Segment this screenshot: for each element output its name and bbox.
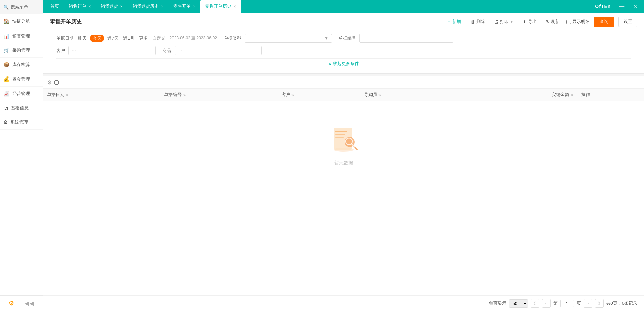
- page-title-row: 零售开单历史 ＋ 新增 🗑 删除 🖨 打印 ▼: [50, 17, 637, 27]
- doc-num-input[interactable]: [359, 34, 453, 43]
- empty-state: 暂无数据: [43, 101, 644, 186]
- sidebar-settings-btn[interactable]: ⚙: [9, 300, 14, 307]
- maximize-btn[interactable]: □: [627, 3, 630, 9]
- date-btn-more[interactable]: 更多: [138, 35, 149, 42]
- date-filter: 单据日期 昨天 今天 近7天 近1月 更多 自定义 2023-06-02 至 2…: [56, 35, 217, 42]
- tab-sales-return[interactable]: 销货退货 ✕: [96, 0, 128, 13]
- sidebar-item-stock-mgmt[interactable]: 📦 库存核算: [0, 58, 43, 72]
- customer-select[interactable]: ···: [68, 46, 156, 55]
- date-btn-7days[interactable]: 近7天: [106, 35, 120, 42]
- date-btn-custom[interactable]: 自定义: [151, 35, 167, 42]
- filter-area: 单据日期 昨天 今天 近7天 近1月 更多 自定义 2023-06-02 至 2…: [50, 30, 637, 73]
- next-page-btn[interactable]: ＞: [584, 299, 592, 308]
- doc-type-select[interactable]: ▼: [245, 34, 332, 43]
- customer-filter: 客户 ···: [56, 46, 156, 55]
- add-button[interactable]: ＋ 新增: [444, 17, 464, 26]
- delete-label: 删除: [476, 19, 485, 25]
- date-btn-month[interactable]: 近1月: [122, 35, 136, 42]
- tab-sales-return-history-label: 销货退货历史: [133, 3, 159, 9]
- tab-sales-order[interactable]: 销售订单 ✕: [64, 0, 96, 13]
- quick-nav-icon: 🏠: [3, 18, 10, 24]
- tab-sales-return-label: 销货退货: [101, 3, 118, 9]
- tab-retail-history[interactable]: 零售开单历史 ✕: [200, 0, 241, 13]
- query-button[interactable]: 查询: [594, 17, 614, 27]
- sidebar-item-base-info[interactable]: 🗂 基础信息: [0, 101, 43, 115]
- sales-icon: 📊: [3, 33, 10, 39]
- page-title: 零售开单历史: [50, 18, 82, 25]
- first-page-btn[interactable]: ⟪: [531, 299, 539, 308]
- prev-page-btn[interactable]: ＜: [542, 299, 551, 308]
- settings-button[interactable]: 设置: [618, 17, 637, 27]
- tab-retail-history-close[interactable]: ✕: [233, 5, 236, 8]
- empty-icon: [327, 121, 360, 155]
- base-info-icon: 🗂: [3, 105, 8, 111]
- goods-filter: 商品 ···: [162, 46, 262, 55]
- doc-type-label: 单据类型: [224, 35, 241, 41]
- export-label: 导出: [528, 19, 537, 25]
- print-label: 打印: [500, 19, 509, 25]
- stock-icon: 📦: [3, 62, 10, 68]
- svg-rect-4: [335, 137, 344, 138]
- display-detail-input[interactable]: [566, 20, 571, 24]
- goods-value: ···: [178, 48, 182, 53]
- tab-bar-right: OfTEn — □ ✕: [595, 3, 641, 10]
- display-detail-checkbox[interactable]: 显示明细: [566, 19, 590, 25]
- col-amount[interactable]: 实销金额 ⇅: [460, 89, 577, 101]
- table-head: 单据日期 ⇅ 单据编号 ⇅ 客户 ⇅: [43, 89, 644, 101]
- refresh-label: 刷新: [551, 19, 560, 25]
- filter-row-1: 单据日期 昨天 今天 近7天 近1月 更多 自定义 2023-06-02 至 2…: [56, 34, 631, 43]
- tab-home[interactable]: 首页: [46, 0, 64, 13]
- tab-sales-return-close[interactable]: ✕: [120, 5, 123, 8]
- date-btn-today[interactable]: 今天: [90, 35, 104, 42]
- col-num[interactable]: 单据编号 ⇅: [160, 89, 277, 101]
- page-label-pre: 第: [553, 300, 558, 306]
- sidebar-item-quick-nav[interactable]: 🏠 快捷导航: [0, 14, 43, 29]
- sidebar-item-label: 资金管理: [12, 76, 30, 82]
- per-page-select[interactable]: 50 10 20 100: [509, 299, 528, 308]
- purchase-icon: 🛒: [3, 47, 10, 53]
- table-settings-icon[interactable]: ⚙: [47, 79, 52, 86]
- collapse-bar[interactable]: ∧ 收起更多条件: [56, 58, 631, 70]
- tab-retail-open-close[interactable]: ✕: [193, 5, 195, 8]
- close-btn[interactable]: ✕: [633, 3, 637, 10]
- table-wrapper: 单据日期 ⇅ 单据编号 ⇅ 客户 ⇅: [43, 89, 644, 295]
- pagination: 每页显示 50 10 20 100 ⟪ ＜ 第 页 ＞ ⟫ 共0页，0条记录: [43, 295, 644, 311]
- last-page-btn[interactable]: ⟫: [595, 299, 604, 308]
- refresh-button[interactable]: ↻ 刷新: [543, 17, 562, 26]
- tab-home-label: 首页: [50, 3, 59, 9]
- svg-rect-2: [335, 131, 347, 132]
- add-icon: ＋: [447, 19, 451, 25]
- sidebar-item-label: 基础信息: [11, 105, 29, 111]
- sidebar-item-sales-mgmt[interactable]: 📊 销售管理: [0, 29, 43, 43]
- col-customer[interactable]: 客户 ⇅: [278, 89, 360, 101]
- col-date[interactable]: 单据日期 ⇅: [43, 89, 160, 101]
- goods-select[interactable]: ···: [175, 46, 262, 55]
- tab-sales-return-history-close[interactable]: ✕: [161, 5, 163, 8]
- delete-button[interactable]: 🗑 删除: [468, 17, 488, 26]
- search-icon: 🔍: [3, 5, 9, 10]
- doc-num-label: 单据编号: [339, 35, 356, 41]
- date-btn-yesterday[interactable]: 昨天: [77, 35, 88, 42]
- minimize-btn[interactable]: —: [619, 3, 624, 9]
- per-page-label: 每页显示: [489, 300, 506, 306]
- export-button[interactable]: ⬆ 导出: [520, 17, 539, 26]
- doc-num-filter: 单据编号: [339, 34, 453, 43]
- sort-amount-icon: ⇅: [571, 93, 573, 97]
- sidebar-collapse-btn[interactable]: ◀◀: [24, 300, 34, 307]
- search-menu-item[interactable]: 🔍 搜索采单: [0, 0, 43, 14]
- page-input[interactable]: [560, 300, 574, 307]
- sidebar-item-sys-mgmt[interactable]: ⚙ 系统管理: [0, 115, 43, 130]
- print-button[interactable]: 🖨 打印 ▼: [492, 17, 516, 26]
- select-all-checkbox[interactable]: [54, 80, 59, 85]
- col-salesperson[interactable]: 导购员 ⇅: [360, 89, 460, 101]
- tab-sales-return-history[interactable]: 销货退货历史 ✕: [128, 0, 168, 13]
- tab-retail-open[interactable]: 零售开单 ✕: [168, 0, 200, 13]
- tab-retail-open-label: 零售开单: [173, 3, 191, 9]
- date-range-text: 2023-06-02 至 2023-06-02: [169, 35, 217, 41]
- tab-sales-order-close[interactable]: ✕: [88, 5, 91, 8]
- sidebar-item-purchase-mgmt[interactable]: 🛒 采购管理: [0, 43, 43, 58]
- sidebar-item-biz-mgmt[interactable]: 📈 经营管理: [0, 87, 43, 101]
- date-shortcuts: 昨天 今天 近7天 近1月 更多 自定义: [77, 35, 167, 42]
- sidebar-item-finance-mgmt[interactable]: 💰 资金管理: [0, 72, 43, 87]
- page-header: 零售开单历史 ＋ 新增 🗑 删除 🖨 打印 ▼: [43, 13, 644, 74]
